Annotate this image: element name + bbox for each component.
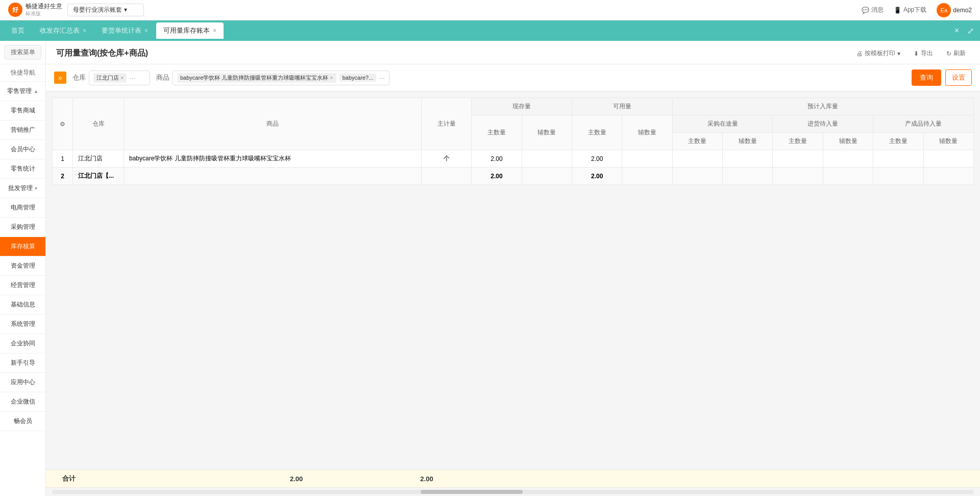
user-area[interactable]: Ea demo2 — [937, 3, 972, 17]
top-bar: 好 畅捷通好生意 标准版 母婴行业演示账套 ▾ 💬 消息 📱 App下载 Ea … — [0, 0, 980, 20]
tab-close-btn[interactable]: × — [952, 24, 961, 37]
sidebar-item-retail-stats[interactable]: 零售统计 — [0, 159, 45, 179]
sidebar: 搜索菜单 快捷导航 零售管理 ▲ 零售商城 营销推广 会员中心 零售统计 批发管… — [0, 41, 46, 496]
sidebar-item-retail-stats-label: 零售统计 — [11, 164, 35, 173]
cell-current-main-0: 2.00 — [472, 150, 522, 168]
main-layout: 搜索菜单 快捷导航 零售管理 ▲ 零售商城 营销推广 会员中心 零售统计 批发管… — [0, 41, 980, 496]
cell-warehouse-1: 江北门店【... — [73, 168, 124, 185]
tab-expand-btn[interactable]: ⤢ — [965, 24, 976, 38]
cell-purchase-main-0 — [672, 150, 722, 168]
scroll-bar-area — [46, 488, 980, 496]
tab-available-label: 可用量库存账本 — [163, 26, 210, 35]
sidebar-item-wholesale-label: 批发管理 — [8, 184, 33, 193]
refresh-icon: ↻ — [946, 50, 951, 57]
refresh-action[interactable]: ↻ 刷新 — [942, 47, 970, 60]
col-current-main-qty-header: 主数量 — [472, 115, 522, 150]
product-filter-more[interactable]: ··· — [379, 74, 385, 82]
sidebar-item-wholesale[interactable]: 批发管理 ▾ — [0, 179, 45, 198]
data-table: ⚙ 仓库 商品 主计量 现存量 可用量 预计入库量 主数量 辅数量 主数量 辅数… — [52, 98, 974, 185]
tab-available-close[interactable]: × — [213, 28, 216, 34]
sidebar-item-ecommerce-label: 电商管理 — [11, 203, 35, 212]
col-gear-header[interactable]: ⚙ — [53, 98, 73, 150]
sidebar-item-ecommerce[interactable]: 电商管理 — [0, 198, 45, 218]
cell-warehouse-0: 江北门店 — [73, 150, 124, 168]
warehouse-tag-close[interactable]: × — [120, 75, 124, 81]
cell-available-main-0: 2.00 — [572, 150, 622, 168]
tab-order-close[interactable]: × — [144, 28, 148, 34]
product-filter-input[interactable]: babycare学饮杯 儿童防摔防撞吸管杯重力球吸嘴杯宝宝水杯 × babyca… — [173, 70, 389, 85]
top-bar-left: 好 畅捷通好生意 标准版 母婴行业演示账套 ▾ — [8, 3, 144, 17]
cell-product-0: babycare学饮杯 儿童防摔防撞吸管杯重力球吸嘴杯宝宝水杯 — [124, 150, 422, 168]
sidebar-item-basic[interactable]: 基础信息 — [0, 295, 45, 315]
sidebar-item-basic-label: 基础信息 — [11, 300, 35, 309]
cell-inbound-main-1 — [773, 168, 823, 185]
footer-current-total: 2.00 — [290, 475, 303, 483]
app-download-action[interactable]: 📱 App下载 — [894, 6, 926, 14]
sidebar-item-operation[interactable]: 经营管理 — [0, 276, 45, 295]
sidebar-item-appstore[interactable]: 应用中心 — [0, 373, 45, 392]
sidebar-item-member[interactable]: 会员中心 — [0, 140, 45, 159]
sidebar-item-wecom[interactable]: 企业微信 — [0, 392, 45, 412]
tab-receive[interactable]: 收发存汇总表 × — [33, 22, 93, 39]
tab-bar: 首页 收发存汇总表 × 要货单统计表 × 可用量库存账本 × × ⤢ — [0, 20, 980, 41]
cell-product-1 — [124, 168, 422, 185]
print-label: 按模板打印 — [865, 49, 895, 58]
tab-receive-close[interactable]: × — [83, 28, 86, 34]
query-button[interactable]: 查询 — [912, 69, 941, 86]
message-action[interactable]: 💬 消息 — [862, 6, 884, 14]
cell-purchase-main-1 — [672, 168, 722, 185]
sidebar-item-marketing[interactable]: 营销推广 — [0, 121, 45, 140]
industry-selector[interactable]: 母婴行业演示账套 ▾ — [67, 4, 144, 16]
sidebar-item-vip[interactable]: 畅会员 — [0, 412, 45, 431]
scroll-bar-thumb[interactable] — [421, 490, 523, 494]
warehouse-filter-label: 仓库 — [72, 73, 86, 82]
sidebar-item-inventory[interactable]: 库存核算 — [0, 237, 45, 256]
col-warehouse-header: 仓库 — [73, 98, 124, 150]
col-purchase-main-header: 主数量 — [672, 133, 722, 150]
sidebar-item-newbie[interactable]: 新手引导 — [0, 353, 45, 373]
page-actions: 🖨 按模板打印 ▾ ⬇ 导出 ↻ 刷新 — [852, 47, 970, 60]
cell-current-main-1: 2.00 — [472, 168, 522, 185]
export-icon: ⬇ — [914, 50, 919, 57]
sidebar-quick-nav[interactable]: 快捷导航 — [0, 64, 45, 82]
sidebar-item-inventory-label: 库存核算 — [11, 242, 35, 251]
sidebar-item-retail-mall[interactable]: 零售商城 — [0, 101, 45, 121]
sidebar-item-appstore-label: 应用中心 — [11, 378, 35, 387]
warehouse-filter-input[interactable]: 江北门店 × ··· — [89, 70, 150, 85]
cell-production-aux-1 — [923, 168, 973, 185]
search-menu-btn[interactable]: 搜索菜单 — [4, 45, 41, 60]
message-label: 消息 — [871, 6, 884, 14]
sidebar-item-finance[interactable]: 资金管理 — [0, 256, 45, 276]
col-inbound-pending-header: 进货待入量 — [773, 115, 873, 133]
sidebar-item-purchase[interactable]: 采购管理 — [0, 218, 45, 237]
sidebar-item-enterprise[interactable]: 企业协同 — [0, 334, 45, 353]
cell-inbound-aux-1 — [823, 168, 873, 185]
product-tag1-close[interactable]: × — [330, 75, 333, 81]
tab-home[interactable]: 首页 — [4, 22, 32, 39]
cell-purchase-aux-0 — [723, 150, 773, 168]
cell-seq-0: 1 — [53, 150, 73, 168]
product-filter-tag2: babycare?... — [339, 74, 377, 82]
filter-toggle-btn[interactable]: » — [54, 72, 66, 84]
col-inbound-main-header: 主数量 — [773, 133, 823, 150]
warehouse-filter-more[interactable]: ··· — [130, 74, 135, 82]
tab-available[interactable]: 可用量库存账本 × — [156, 22, 224, 39]
print-action[interactable]: 🖨 按模板打印 ▾ — [852, 47, 904, 60]
scroll-bar-track[interactable] — [52, 490, 974, 494]
tab-bar-end: × ⤢ — [952, 24, 976, 38]
col-current-aux-qty-header: 辅数量 — [522, 115, 572, 150]
cell-production-aux-0 — [923, 150, 973, 168]
col-purchase-in-transit-header: 采购在途量 — [672, 115, 773, 133]
export-action[interactable]: ⬇ 导出 — [910, 47, 937, 60]
chevron-up-icon: ▲ — [34, 88, 39, 94]
sidebar-item-system[interactable]: 系统管理 — [0, 315, 45, 334]
settings-button[interactable]: 设置 — [945, 69, 972, 86]
col-production-pending-header: 产成品待入量 — [873, 115, 974, 133]
cell-available-main-1: 2.00 — [572, 168, 622, 185]
col-available-aux-qty-header: 辅数量 — [622, 115, 672, 150]
sidebar-item-retail[interactable]: 零售管理 ▲ — [0, 82, 45, 101]
user-name: demo2 — [953, 7, 972, 14]
col-production-aux-header: 辅数量 — [923, 133, 973, 150]
chevron-down-icon: ▾ — [124, 6, 127, 13]
tab-order[interactable]: 要货单统计表 × — [94, 22, 155, 39]
